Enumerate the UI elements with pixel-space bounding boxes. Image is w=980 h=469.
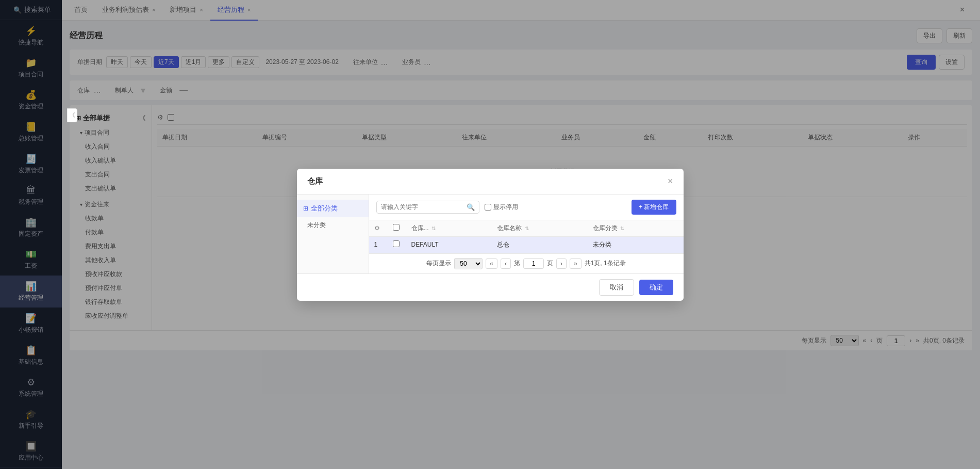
add-warehouse-btn[interactable]: + 新增仓库 (632, 200, 676, 215)
modal-search-icon[interactable]: 🔍 (467, 203, 475, 211)
modal-search-box: 🔍 (376, 201, 479, 214)
modal-overlay: 仓库 × ⊞ 全部分类 未分类 《 (0, 0, 980, 469)
grid-all-icon: ⊞ (303, 205, 308, 212)
modal-col-name: 仓库名称 ⇅ (492, 220, 588, 237)
modal-page-size-select[interactable]: 50 100 (454, 258, 483, 269)
modal-select-all[interactable] (393, 224, 400, 231)
modal-table-wrapper: ⚙ 仓库... ⇅ 仓库名称 (369, 220, 684, 253)
modal-right-panel: 🔍 显示停用 + 新增仓库 (369, 195, 684, 273)
code-sort-icon[interactable]: ⇅ (431, 225, 436, 231)
modal-confirm-btn[interactable]: 确定 (639, 280, 673, 295)
modal-toolbar: 🔍 显示停用 + 新增仓库 (369, 195, 684, 220)
modal-category-unclassified[interactable]: 未分类 (297, 217, 369, 233)
modal-col-category: 仓库分类 ⇅ (588, 220, 684, 237)
row-category: 未分类 (588, 236, 684, 253)
modal-page-size-label: 每页显示 (426, 259, 451, 268)
modal-page-input[interactable] (523, 258, 544, 269)
modal-warehouse-table: ⚙ 仓库... ⇅ 仓库名称 (369, 220, 684, 253)
modal-prev-btn[interactable]: ‹ (501, 258, 511, 269)
modal-footer: 取消 确定 (297, 273, 684, 301)
show-disabled-label[interactable]: 显示停用 (485, 203, 518, 212)
modal-category-all-label: 全部分类 (311, 204, 338, 213)
col-settings-icon[interactable]: ⚙ (374, 224, 380, 232)
modal-category-panel: ⊞ 全部分类 未分类 《 (297, 195, 369, 273)
modal-table-header: ⚙ 仓库... ⇅ 仓库名称 (369, 220, 684, 237)
modal-last-btn[interactable]: » (570, 258, 582, 269)
row-checkbox[interactable] (388, 236, 406, 253)
modal-page-label: 第 (514, 259, 520, 268)
row-id: 1 (369, 236, 388, 253)
modal-header: 仓库 × (297, 169, 684, 195)
modal-col-code: 仓库... ⇅ (406, 220, 492, 237)
modal-toolbar-left: 🔍 显示停用 (376, 201, 518, 214)
name-sort-icon[interactable]: ⇅ (525, 225, 529, 231)
row-name: 总仓 (492, 236, 588, 253)
modal-title: 仓库 (307, 176, 323, 186)
modal-pagination: 每页显示 50 100 « ‹ 第 页 › » 共1页, 1条记录 (369, 253, 684, 273)
category-sort-icon[interactable]: ⇅ (620, 225, 624, 231)
modal-col-checkbox (388, 220, 406, 237)
modal-close-btn[interactable]: × (668, 176, 673, 187)
modal-category-all[interactable]: ⊞ 全部分类 (297, 200, 369, 217)
modal-table-row[interactable]: 1 DEFAULT 总仓 未分类 (369, 236, 684, 253)
modal-next-btn[interactable]: › (556, 258, 567, 269)
show-disabled-checkbox[interactable] (485, 204, 491, 211)
modal-first-btn[interactable]: « (486, 258, 497, 269)
modal-cancel-btn[interactable]: 取消 (599, 279, 634, 296)
modal-col-settings: ⚙ (369, 220, 388, 237)
modal-total-info: 共1页, 1条记录 (585, 259, 626, 268)
modal-search-input[interactable] (381, 203, 464, 211)
modal-page-suffix: 页 (547, 259, 553, 268)
modal-body: ⊞ 全部分类 未分类 《 🔍 显 (297, 195, 684, 273)
row-code: DEFAULT (406, 236, 492, 253)
warehouse-modal: 仓库 × ⊞ 全部分类 未分类 《 (297, 169, 684, 301)
